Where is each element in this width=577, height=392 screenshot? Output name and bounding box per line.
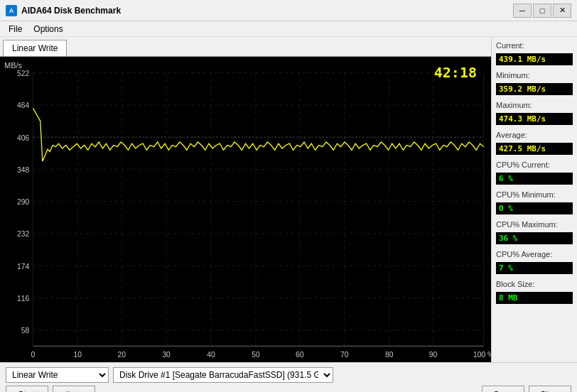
drive-select[interactable]: Disk Drive #1 [Seagate BarracudaFastSSD]… [113,367,333,383]
cpu-average-value: 7 % [496,262,573,274]
svg-text:232: 232 [17,229,29,239]
clear-button[interactable]: Clear [529,386,571,392]
minimum-value: 359.2 MB/s [496,83,573,95]
cpu-minimum-value: 0 % [496,202,573,214]
current-value: 439.1 MB/s [496,53,573,65]
svg-text:0: 0 [31,350,36,359]
minimum-label: Minimum: [496,71,573,80]
block-size-label: Block Size: [496,280,573,288]
svg-text:50: 50 [252,350,259,359]
menu-file[interactable]: File [3,23,28,35]
menu-bar: File Options [0,21,577,37]
svg-text:40: 40 [207,350,215,359]
chart-area: MB/s 42:18 [0,57,491,362]
svg-text:90: 90 [429,350,437,359]
svg-text:406: 406 [17,133,29,142]
maximum-value: 474.3 MB/s [496,113,573,125]
svg-text:80: 80 [385,350,393,359]
svg-text:522: 522 [17,69,29,78]
start-button[interactable]: Start [6,386,48,392]
average-value: 427.5 MB/s [496,143,573,155]
minimize-button[interactable]: ─ [513,4,532,18]
svg-text:100 %: 100 % [473,350,491,359]
cpu-current-value: 6 % [496,173,573,185]
save-button[interactable]: Save [482,386,524,392]
svg-text:70: 70 [340,350,348,359]
tab-bar: Linear Write [0,37,491,57]
right-panel: Current: 439.1 MB/s Minimum: 359.2 MB/s … [492,37,577,362]
window-title: AIDA64 Disk Benchmark [21,6,121,16]
svg-text:58: 58 [21,326,29,335]
svg-text:174: 174 [17,261,29,271]
cpu-maximum-label: CPU% Maximum: [496,220,573,229]
cpu-current-label: CPU% Current: [496,160,573,169]
svg-text:30: 30 [162,350,170,359]
svg-text:348: 348 [17,165,29,174]
main-content: Linear Write MB/s 42:18 [0,37,577,362]
menu-options[interactable]: Options [28,23,68,35]
cpu-maximum-value: 36 % [496,232,573,244]
app-icon: A [6,5,17,16]
svg-text:464: 464 [17,101,29,110]
close-button[interactable]: ✕ [553,4,571,18]
svg-text:10: 10 [74,350,82,359]
average-label: Average: [496,131,573,139]
svg-text:290: 290 [17,197,29,207]
controls-row2: Start Stop Save Clear [0,386,577,392]
svg-text:20: 20 [117,350,125,359]
left-panel: Linear Write MB/s 42:18 [0,37,492,362]
cpu-average-label: CPU% Average: [496,250,573,258]
tab-linear-write[interactable]: Linear Write [3,40,67,56]
svg-text:116: 116 [17,294,29,303]
bottom-controls: Linear Write Linear Read Random Write Ra… [0,362,577,392]
cpu-minimum-label: CPU% Minimum: [496,190,573,199]
svg-text:60: 60 [296,350,303,359]
maximum-label: Maximum: [496,101,573,109]
block-size-value: 8 MB [496,292,573,304]
chart-svg: 522 464 406 348 290 232 174 116 58 0 10 … [0,57,491,362]
restore-button[interactable]: □ [533,4,551,18]
stop-button[interactable]: Stop [53,386,95,392]
title-bar: A AIDA64 Disk Benchmark ─ □ ✕ [0,0,577,21]
test-select[interactable]: Linear Write Linear Read Random Write Ra… [6,367,109,383]
controls-row1: Linear Write Linear Read Random Write Ra… [0,363,577,386]
current-label: Current: [496,41,573,50]
